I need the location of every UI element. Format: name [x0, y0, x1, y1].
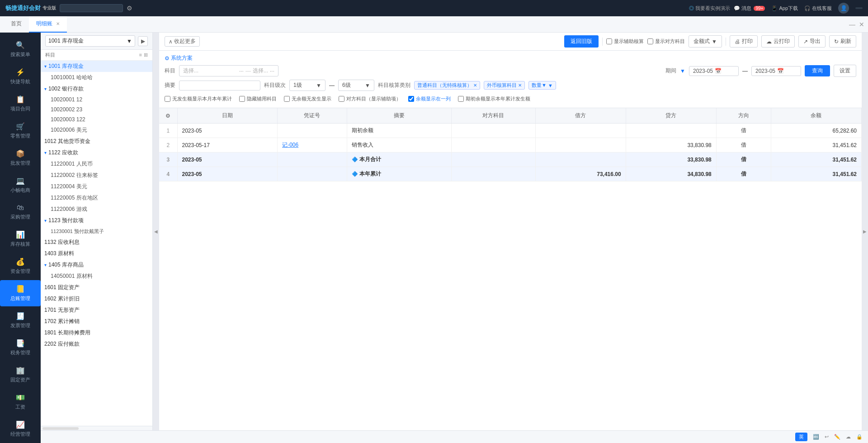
bottom-icon-2[interactable]: ↩: [825, 434, 829, 440]
tree-item-11220004[interactable]: 11220004 美元: [41, 181, 152, 192]
collapse-more-btn[interactable]: ∧ 收起更多: [165, 36, 200, 47]
category-tag-1[interactable]: 外币核算科目 ✕: [484, 81, 525, 90]
sidebar-item-fixed-assets[interactable]: 🏢 固定资产: [0, 362, 41, 388]
tree-item-1123[interactable]: ▾ 1123 预付款项: [41, 215, 152, 226]
tree-item-11220005[interactable]: 11220005 所在地区: [41, 192, 152, 204]
sidebar-item-ops[interactable]: 📈 经营管理: [0, 416, 41, 442]
tab-home[interactable]: 首页: [4, 16, 29, 33]
sidebar-item-inventory[interactable]: 📊 库存核算: [0, 226, 41, 252]
tree-item-10020001[interactable]: 10020001 12: [41, 95, 152, 105]
tree-item-2202[interactable]: 2202 应付账款: [41, 338, 152, 350]
bottom-icon-1[interactable]: 🔤: [813, 434, 819, 440]
sidebar-item-accounting[interactable]: 📒 总账管理: [0, 280, 41, 306]
tree-item-1801[interactable]: 1801 长期待摊费用: [41, 327, 152, 338]
show-aux-check[interactable]: 显示辅助核算: [606, 38, 644, 45]
scheme-selector[interactable]: ⚙ 系统方案: [165, 54, 193, 62]
demo-link[interactable]: ◎ 我要看实例演示: [689, 5, 730, 12]
col-settings[interactable]: ⚙: [159, 108, 177, 124]
subject-input[interactable]: 选择... ··· — 选择... ···: [179, 65, 278, 76]
sidebar-item-project[interactable]: 📋 项目合同: [0, 91, 41, 117]
voucher-link-2[interactable]: 记-006: [282, 142, 298, 148]
period-end-input[interactable]: 2023-05 📅: [751, 66, 801, 76]
tree-item-1132[interactable]: 1132 应收利息: [41, 237, 152, 248]
tree-item-1122[interactable]: ▾ 1122 应收款: [41, 147, 152, 158]
tree-list-icon[interactable]: ≡: [139, 52, 142, 58]
tree-item-1001[interactable]: ▾ 1001 库存现金: [41, 61, 152, 72]
filter-no-bal[interactable]: 无发生额显示本月本年累计: [165, 95, 232, 102]
tree-item-10010001[interactable]: 10010001 哈哈哈: [41, 72, 152, 83]
sidebar-item-invoice[interactable]: 🧾 发票管理: [0, 307, 41, 333]
account-nav-next[interactable]: ▶: [138, 36, 148, 46]
print-btn[interactable]: 🖨 打印: [730, 35, 758, 48]
setting-btn[interactable]: 设置: [834, 65, 856, 77]
left-panel-collapse[interactable]: ◀: [153, 33, 159, 430]
account-selector[interactable]: 1001 库存现金 ▼: [45, 35, 135, 47]
refresh-btn[interactable]: ↻ 刷新: [829, 35, 856, 48]
lang-toggle-btn[interactable]: 英: [795, 433, 807, 441]
level-end-select[interactable]: 6级 ▼: [338, 80, 374, 91]
tree-expand-icon[interactable]: ⊞: [144, 52, 148, 58]
tree-item-1601[interactable]: 1601 固定资产: [41, 282, 152, 293]
window-minimize-icon[interactable]: —: [849, 21, 855, 28]
bottom-icon-5[interactable]: 🔒: [856, 434, 863, 440]
sidebar-item-capital[interactable]: 💰 资金管理: [0, 253, 41, 279]
filter-opposite[interactable]: 对方科目（显示辅助项）: [339, 95, 401, 102]
sidebar-item-payroll[interactable]: 💵 工资: [0, 389, 41, 415]
tree-item-11220001[interactable]: 11220001 人民币: [41, 158, 152, 170]
show-opposite-checkbox[interactable]: [647, 38, 653, 44]
tree-item-11230001[interactable]: 11230001 预付款戴黑子: [41, 226, 152, 237]
sidebar-item-tax[interactable]: 📑 税务管理: [0, 334, 41, 361]
amount-format-dropdown[interactable]: 金额式 ▼: [689, 35, 722, 48]
tree-item-1701[interactable]: 1701 无形资产: [41, 305, 152, 316]
filter-balance-col[interactable]: 余额显示在一列: [408, 95, 451, 102]
return-old-version-btn[interactable]: 返回旧版: [564, 35, 599, 48]
sidebar-item-quick-nav[interactable]: ⚡ 快捷导航: [0, 63, 41, 90]
tree-item-1012[interactable]: 1012 其他货币资金: [41, 136, 152, 147]
tree-item-14050001[interactable]: 14050001 原材料: [41, 271, 152, 282]
period-start-input[interactable]: 2023-05 📅: [689, 66, 739, 76]
tree-item-10020006[interactable]: 10020006 美元: [41, 124, 152, 136]
tree-item-11220002[interactable]: 11220002 往来标签: [41, 170, 152, 181]
tree-item-1405[interactable]: ▾ 1405 库存商品: [41, 259, 152, 271]
summary-input[interactable]: [179, 81, 260, 91]
right-panel-collapse[interactable]: ▶: [862, 33, 868, 430]
message-icon-btn[interactable]: 💬 消息 99+: [734, 5, 765, 12]
level-start-select[interactable]: 1级 ▼: [289, 80, 326, 91]
sidebar-item-purchase[interactable]: 🛍 采购管理: [0, 199, 41, 225]
tree-item-1602[interactable]: 1602 累计折旧: [41, 293, 152, 305]
filter-no-zero[interactable]: 无余额无发生显示: [284, 95, 331, 102]
bottom-icon-4[interactable]: ☁: [846, 434, 851, 440]
tree-item-1403[interactable]: 1403 原材料: [41, 248, 152, 259]
gear-icon[interactable]: ⚙: [127, 5, 132, 12]
app-download-btn[interactable]: 📱 App下载: [771, 5, 798, 12]
sidebar-item-ecommerce[interactable]: 💻 小畅电商: [0, 172, 41, 198]
tag-close-0[interactable]: ✕: [473, 83, 477, 88]
export-btn[interactable]: ↗ 导出: [798, 35, 826, 48]
tab-close-icon[interactable]: ✕: [56, 21, 60, 26]
sidebar-item-retail[interactable]: 🛒 零售管理: [0, 118, 41, 144]
tree-item-11220006[interactable]: 11220006 游戏: [41, 204, 152, 215]
period-dropdown-icon[interactable]: ▼: [680, 68, 685, 74]
message-badge: 99+: [754, 6, 765, 11]
window-close-icon[interactable]: ✕: [859, 21, 864, 28]
filter-hide-aux[interactable]: 隐藏辅用科目: [239, 95, 277, 102]
category-tag-2[interactable]: 数量▼ ▼: [528, 81, 556, 90]
query-btn[interactable]: 查询: [805, 65, 830, 76]
tree-item-1702[interactable]: 1702 累计摊销: [41, 316, 152, 327]
sidebar-item-wholesale[interactable]: 📦 批发管理: [0, 145, 41, 171]
tree-item-10020002[interactable]: 10020002 23: [41, 105, 152, 114]
tree-item-1002[interactable]: ▾ 1002 银行存款: [41, 83, 152, 95]
category-tag-0[interactable]: 普通科目（无特殊核算） ✕: [414, 81, 480, 90]
show-aux-checkbox[interactable]: [606, 38, 612, 44]
show-opposite-check[interactable]: 显示对方科目: [647, 38, 685, 45]
top-search-input[interactable]: [60, 4, 123, 12]
filter-opening[interactable]: 期初余额显示本年累计发生额: [458, 95, 530, 102]
sidebar-item-search[interactable]: 🔍 搜索菜单: [0, 36, 41, 62]
tab-detail[interactable]: 明细账 ✕: [29, 16, 67, 33]
tree-item-10020003[interactable]: 10020003 122: [41, 114, 152, 124]
user-avatar[interactable]: 👤: [838, 3, 849, 14]
tag-close-1[interactable]: ✕: [518, 83, 522, 88]
cloud-print-btn[interactable]: ☁ 云打印: [761, 35, 795, 48]
bottom-icon-3[interactable]: ✏️: [834, 434, 840, 440]
online-service-btn[interactable]: 🎧 在线客服: [804, 5, 832, 12]
